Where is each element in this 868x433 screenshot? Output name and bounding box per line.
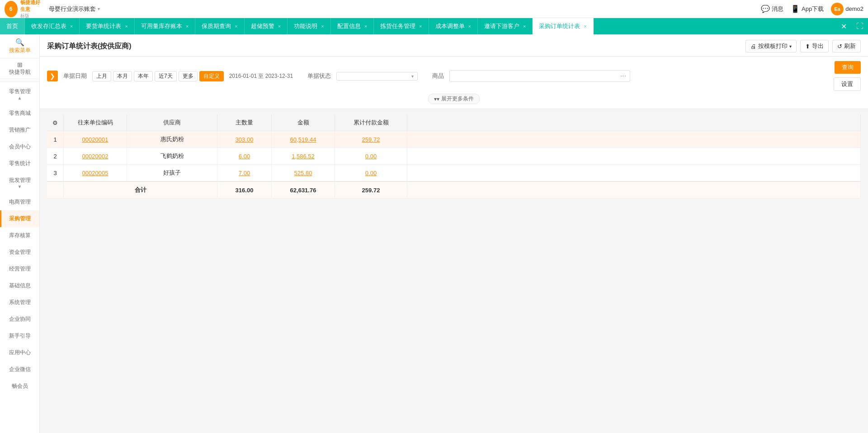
cell-paid[interactable]: 259.72 [335, 131, 407, 148]
cell-qty[interactable]: 303.00 [217, 131, 272, 148]
tab-peizhi[interactable]: 配置信息 × [331, 18, 374, 34]
main-content: 采购订单统计表(按供应商) 🖨 按模板打印 ▾ ⬆ 导出 ↺ 刷新 [40, 34, 868, 433]
tab-close-all-btn[interactable]: ✕ [835, 18, 852, 34]
tab-close-icon[interactable]: × [468, 24, 471, 29]
sidebar-item-vip[interactable]: 畅会员 [0, 378, 39, 395]
tab-close-icon[interactable]: × [321, 24, 324, 29]
tab-home[interactable]: 首页 [0, 18, 25, 34]
filter-toggle-btn[interactable]: ❯ [47, 71, 58, 81]
cell-amount[interactable]: 525.80 [272, 165, 335, 182]
user-avatar-area[interactable]: Ea demo2 [831, 3, 863, 15]
sidebar-search[interactable]: 🔍 搜索菜单 [0, 34, 39, 58]
tab-baozhiqi[interactable]: 保质期查询 × [195, 18, 244, 34]
nav-icon: ⊞ [0, 61, 39, 68]
cell-code[interactable]: 00020005 [64, 165, 127, 182]
cell-amount[interactable]: 60,519.44 [272, 131, 335, 148]
workspace-name: 母婴行业演示账套 [49, 5, 96, 13]
tab-chengben[interactable]: 成本调整单 × [429, 18, 478, 34]
goods-more-icon[interactable]: ··· [620, 72, 626, 80]
table-wrap: ⚙ 往来单位编码 供应商 主数量 金额 累计付款金额 1 00020001 惠氏… [40, 109, 868, 433]
th-amount: 金额 [272, 114, 335, 131]
sidebar-item-retail-shop[interactable]: 零售商城 [0, 105, 39, 122]
sidebar-item-appstore[interactable]: 应用中心 [0, 344, 39, 361]
date-btn-this-month[interactable]: 本月 [113, 71, 132, 81]
export-button[interactable]: ⬆ 导出 [800, 40, 829, 52]
sidebar-item-enterprise[interactable]: 企业协同 [0, 311, 39, 328]
tab-close-icon[interactable]: × [70, 24, 73, 29]
goods-input[interactable] [453, 73, 620, 80]
tab-close-icon[interactable]: × [235, 24, 237, 29]
tab-close-icon[interactable]: × [364, 24, 367, 29]
query-button[interactable]: 查询 [835, 61, 861, 74]
refresh-icon: ↺ [837, 43, 842, 50]
cell-qty[interactable]: 6.00 [217, 148, 272, 165]
sidebar-item-retail[interactable]: 零售管理 ▲ [0, 83, 39, 105]
sidebar-item-retail-stat[interactable]: 零售统计 [0, 155, 39, 172]
sidebar-divider [0, 81, 39, 81]
sidebar-item-ecommerce[interactable]: 电商管理 [0, 194, 39, 210]
tab-expand-btn[interactable]: ⛶ [852, 18, 868, 34]
cell-code[interactable]: 00020002 [64, 148, 127, 165]
message-btn[interactable]: 💬 消息 [761, 5, 783, 13]
date-btn-7days[interactable]: 近7天 [155, 71, 177, 81]
refresh-button[interactable]: ↺ 刷新 [832, 40, 861, 52]
tab-close-icon[interactable]: × [523, 24, 526, 29]
date-btn-custom[interactable]: 自定义 [199, 71, 224, 81]
status-label: 单据状态 [307, 72, 331, 80]
sidebar-item-operation[interactable]: 经营管理 [0, 261, 39, 277]
cell-paid[interactable]: 0.00 [335, 148, 407, 165]
date-range-display: 2016-01-01 至 2023-12-31 [229, 72, 293, 80]
th-settings[interactable]: ⚙ [47, 114, 64, 131]
table-header-row: ⚙ 往来单位编码 供应商 主数量 金额 累计付款金额 [47, 114, 861, 131]
sidebar-item-system[interactable]: 系统管理 [0, 294, 39, 311]
tab-shoufa[interactable]: 收发存汇总表 × [25, 18, 80, 34]
tab-gongneng[interactable]: 功能说明 × [288, 18, 330, 34]
sidebar-item-purchase[interactable]: 采购管理 [0, 210, 39, 227]
filter-right-actions: 查询 设置 [834, 61, 861, 91]
footer-qty: 316.00 [217, 181, 272, 199]
date-btn-this-year[interactable]: 本年 [134, 71, 153, 81]
nav-tabs: 首页 收发存汇总表 × 要货单统计表 × 可用量库存账本 × 保质期查询 × 超… [0, 18, 868, 34]
page-title: 采购订单统计表(按供应商) [47, 42, 132, 51]
tab-zhicang[interactable]: 拣货任务管理 × [374, 18, 429, 34]
cell-supplier: 好孩子 [127, 165, 217, 182]
tab-close-icon[interactable]: × [278, 24, 281, 29]
sidebar-item-wechat[interactable]: 企业微信 [0, 361, 39, 378]
settings-button[interactable]: 设置 [834, 77, 861, 91]
app-download-btn[interactable]: 📱 App下载 [791, 5, 824, 13]
tab-close-icon[interactable]: × [584, 24, 586, 29]
logo: 6 畅捷通好生意 标版 [5, 0, 44, 19]
sidebar-item-basic[interactable]: 基础信息 [0, 277, 39, 294]
tab-close-icon[interactable]: × [419, 24, 422, 29]
date-btn-last-month[interactable]: 上月 [92, 71, 111, 81]
logo-icon: 6 [5, 1, 18, 17]
sidebar-item-marketing[interactable]: 营销推广 [0, 122, 39, 138]
sidebar-item-member[interactable]: 会员中心 [0, 138, 39, 155]
tab-chaochubao[interactable]: 超储预警 × [245, 18, 288, 34]
date-btn-more[interactable]: 更多 [179, 71, 198, 81]
cell-extra [407, 131, 861, 148]
expand-more-btn[interactable]: ▾▾ 展开更多条件 [428, 94, 480, 104]
status-select[interactable]: ▾ [336, 72, 418, 81]
workspace-chevron: ▾ [98, 6, 100, 11]
tab-close-icon[interactable]: × [186, 24, 189, 29]
cell-extra [407, 165, 861, 182]
workspace-selector[interactable]: 母婴行业演示账套 ▾ [49, 5, 100, 13]
tab-yaoqing[interactable]: 邀请下游客户 × [478, 18, 533, 34]
cell-amount[interactable]: 1,586.52 [272, 148, 335, 165]
tab-kucun[interactable]: 可用量库存账本 × [135, 18, 195, 34]
cell-code[interactable]: 00020001 [64, 131, 127, 148]
sidebar-item-inventory[interactable]: 库存核算 [0, 227, 39, 244]
sidebar-nav[interactable]: ⊞ 快捷导航 [0, 58, 39, 79]
cell-paid[interactable]: 0.00 [335, 165, 407, 182]
th-code: 往来单位编码 [64, 114, 127, 131]
cell-qty[interactable]: 7.00 [217, 165, 272, 182]
sidebar-item-wholesale[interactable]: 批发管理 ▼ [0, 172, 39, 194]
print-button[interactable]: 🖨 按模板打印 ▾ [745, 40, 797, 52]
footer-amount: 62,631.76 [272, 181, 335, 199]
tab-close-icon[interactable]: × [125, 24, 127, 29]
tab-yaohuo[interactable]: 要货单统计表 × [80, 18, 134, 34]
sidebar-item-finance[interactable]: 资金管理 [0, 244, 39, 261]
sidebar-item-newguide[interactable]: 新手引导 [0, 328, 39, 344]
tab-caigou[interactable]: 采购订单统计表 × [533, 18, 593, 34]
